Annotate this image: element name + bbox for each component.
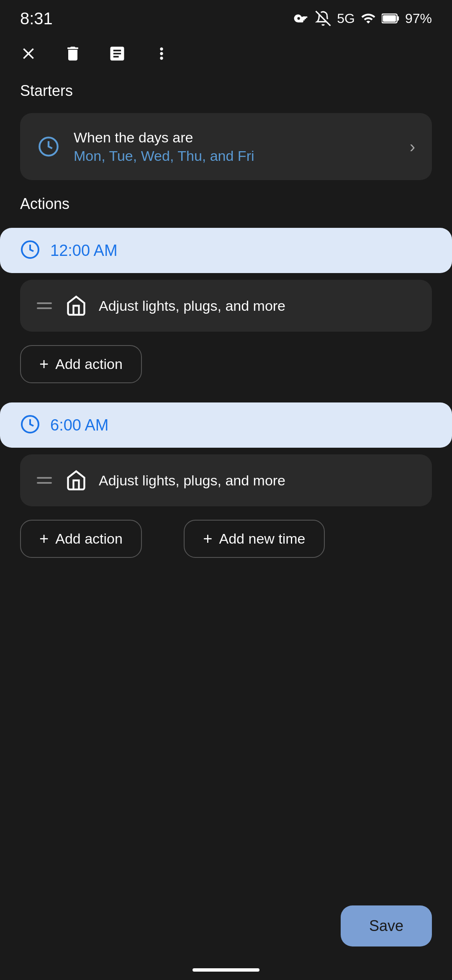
network-label: 5G [337, 11, 355, 26]
export-icon [108, 44, 126, 63]
clock-icon [37, 135, 60, 158]
delete-icon [64, 44, 82, 63]
status-icons: 5G 97% [293, 10, 432, 26]
delete-button[interactable] [61, 42, 85, 65]
drag-handle-2 [37, 477, 52, 484]
toolbar [0, 34, 452, 74]
time-icon-1 [20, 240, 50, 261]
status-time: 8:31 [20, 9, 53, 28]
close-icon [19, 44, 38, 63]
time-icon-2 [20, 414, 50, 436]
close-button[interactable] [17, 42, 40, 65]
battery-label: 97% [405, 11, 432, 26]
status-bar: 8:31 5G 97% [0, 0, 452, 34]
signal-icon [361, 11, 376, 26]
svg-line-0 [316, 11, 331, 26]
more-icon [152, 44, 171, 63]
plus-icon-1: + [39, 355, 49, 373]
key-icon [293, 10, 309, 26]
add-new-time-button[interactable]: + Add new time [184, 520, 324, 558]
drag-handle-1 [37, 302, 52, 309]
chevron-right-icon: › [410, 137, 415, 156]
starter-card-title: When the days are [74, 128, 401, 147]
bell-off-icon [315, 10, 331, 26]
home-icon-1 [65, 295, 87, 317]
add-action-button-1[interactable]: + Add action [20, 345, 142, 383]
action-text-2: Adjust lights, plugs, and more [99, 472, 415, 489]
save-button-container: Save [341, 905, 432, 946]
battery-icon [382, 13, 399, 24]
time-header-2[interactable]: 6:00 AM [0, 402, 452, 448]
add-action-button-2[interactable]: + Add action [20, 520, 142, 558]
save-label: Save [369, 917, 403, 934]
plus-icon-new-time: + [203, 530, 212, 548]
action-card-2[interactable]: Adjust lights, plugs, and more [20, 454, 432, 506]
starter-card-subtitle: Mon, Tue, Wed, Thu, and Fri [74, 147, 401, 165]
add-action-label-1: Add action [55, 356, 123, 372]
time-block-1: 12:00 AM Adjust lights, plugs, and more … [0, 228, 452, 390]
time-header-1[interactable]: 12:00 AM [0, 228, 452, 273]
home-icon-2 [65, 469, 87, 491]
add-action-label-2: Add action [55, 531, 123, 547]
time-label-2: 6:00 AM [50, 416, 108, 434]
actions-section-label: Actions [0, 187, 452, 219]
starter-card[interactable]: When the days are Mon, Tue, Wed, Thu, an… [20, 113, 432, 180]
action-text-1: Adjust lights, plugs, and more [99, 298, 415, 314]
more-button[interactable] [150, 42, 173, 65]
export-button[interactable] [105, 42, 129, 65]
starters-section-label: Starters [0, 74, 452, 106]
time-label-1: 12:00 AM [50, 242, 118, 260]
svg-rect-2 [398, 16, 399, 21]
svg-rect-3 [383, 15, 396, 22]
plus-icon-2: + [39, 530, 49, 548]
starter-card-text: When the days are Mon, Tue, Wed, Thu, an… [74, 128, 401, 165]
save-button[interactable]: Save [341, 905, 432, 946]
action-card-1[interactable]: Adjust lights, plugs, and more [20, 280, 432, 332]
add-new-time-label: Add new time [219, 531, 306, 547]
time-block-2: 6:00 AM Adjust lights, plugs, and more +… [0, 402, 452, 565]
bottom-nav-bar [193, 968, 259, 972]
